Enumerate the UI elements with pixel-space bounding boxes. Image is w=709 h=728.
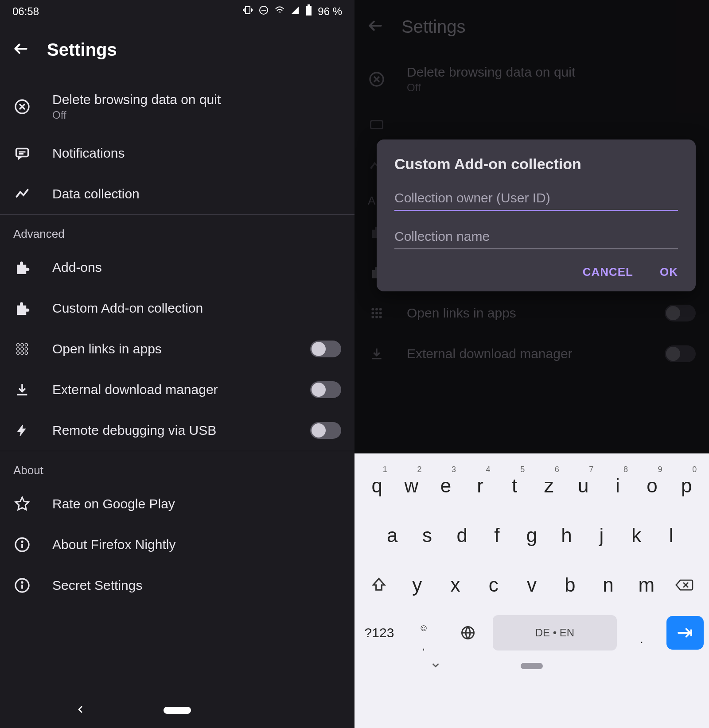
key-c[interactable]: c — [478, 561, 509, 608]
row-title: About Firefox Nightly — [52, 537, 341, 552]
signal-icon — [290, 5, 300, 18]
soft-keyboard: 1q2w3e4r5t6z7u8i9o0p asdfghjkl yxcvbnm ?… — [354, 453, 709, 728]
grid-icon — [13, 340, 31, 358]
key-s[interactable]: s — [412, 512, 443, 559]
key-h[interactable]: h — [551, 512, 582, 559]
bolt-icon — [13, 422, 31, 439]
key-a[interactable]: a — [377, 512, 408, 559]
shift-key[interactable] — [360, 565, 398, 605]
key-q[interactable]: 1q — [362, 462, 393, 509]
ok-button[interactable]: OK — [660, 265, 678, 279]
backspace-key[interactable] — [666, 565, 704, 605]
statusbar-time: 06:58 — [12, 5, 39, 18]
key-k[interactable]: k — [621, 512, 652, 559]
statusbar: 06:58 96 % — [0, 0, 354, 23]
row-secret-settings[interactable]: Secret Settings — [0, 565, 354, 606]
dialog-custom-addon-collection: Custom Add-on collection CANCEL OK — [377, 139, 696, 291]
row-title: Custom Add-on collection — [52, 301, 341, 316]
section-advanced: Advanced — [0, 214, 354, 247]
cancel-button[interactable]: CANCEL — [583, 265, 633, 279]
svg-point-9 — [21, 344, 23, 346]
row-title: Data collection — [52, 186, 341, 201]
svg-point-10 — [25, 344, 27, 346]
row-custom-addon-collection[interactable]: Custom Add-on collection — [0, 288, 354, 329]
nav-back-icon[interactable] — [75, 704, 86, 716]
row-rate[interactable]: Rate on Google Play — [0, 484, 354, 524]
key-v[interactable]: v — [516, 561, 547, 608]
key-y[interactable]: y — [401, 561, 432, 608]
row-delete-browsing-data[interactable]: Delete browsing data on quit Off — [0, 81, 354, 133]
section-about: About — [0, 451, 354, 484]
row-addons[interactable]: Add-ons — [0, 247, 354, 288]
dnd-icon — [258, 5, 269, 18]
toggle-external-dl[interactable] — [310, 381, 341, 398]
enter-key[interactable] — [666, 616, 704, 650]
key-p[interactable]: 0p — [671, 462, 702, 509]
key-w[interactable]: 2w — [396, 462, 427, 509]
chart-line-icon — [13, 185, 31, 203]
period-key[interactable]: . — [622, 613, 661, 653]
row-title: External download manager — [52, 382, 289, 397]
page-title: Settings — [47, 40, 117, 60]
row-notifications[interactable]: Notifications — [0, 133, 354, 174]
emoji-key[interactable]: ☺ , — [404, 613, 443, 653]
key-l[interactable]: l — [656, 512, 687, 559]
symbols-key[interactable]: ?123 — [360, 613, 399, 653]
row-title: Add-ons — [52, 260, 341, 275]
row-title: Rate on Google Play — [52, 496, 341, 511]
emoji-icon: ☺ — [419, 622, 429, 634]
row-title: Open links in apps — [52, 341, 289, 356]
key-x[interactable]: x — [440, 561, 471, 608]
svg-rect-3 — [308, 4, 310, 6]
row-title: Notifications — [52, 146, 341, 161]
nav-hide-keyboard-icon[interactable] — [430, 659, 441, 673]
toggle-open-links[interactable] — [310, 341, 341, 357]
info-icon — [13, 577, 31, 594]
statusbar-battery-pct: 96 % — [318, 5, 342, 18]
svg-point-19 — [21, 541, 23, 542]
key-g[interactable]: g — [516, 512, 547, 559]
system-navbar — [354, 653, 709, 679]
row-open-links-in-apps[interactable]: Open links in apps — [0, 329, 354, 369]
appbar: Settings — [0, 23, 354, 76]
row-about-app[interactable]: About Firefox Nightly — [0, 524, 354, 565]
svg-point-11 — [17, 348, 19, 350]
key-b[interactable]: b — [554, 561, 585, 608]
svg-point-8 — [17, 344, 19, 346]
key-e[interactable]: 3e — [430, 462, 461, 509]
key-t[interactable]: 5t — [499, 462, 530, 509]
key-i[interactable]: 8i — [602, 462, 633, 509]
collection-name-input[interactable] — [394, 225, 678, 249]
row-title: Secret Settings — [52, 578, 341, 593]
nav-home-pill[interactable] — [521, 663, 543, 669]
battery-icon — [305, 4, 312, 19]
svg-rect-2 — [306, 6, 312, 15]
download-icon — [13, 381, 31, 399]
dialog-title: Custom Add-on collection — [394, 155, 678, 173]
row-data-collection[interactable]: Data collection — [0, 174, 354, 214]
key-r[interactable]: 4r — [465, 462, 496, 509]
key-u[interactable]: 7u — [568, 462, 599, 509]
key-z[interactable]: 6z — [534, 462, 565, 509]
back-icon[interactable] — [12, 40, 29, 59]
key-f[interactable]: f — [481, 512, 512, 559]
spacebar-key[interactable]: DE • EN — [493, 615, 617, 651]
nav-home-pill[interactable] — [164, 707, 191, 714]
close-circle-icon — [13, 98, 31, 116]
key-n[interactable]: n — [593, 561, 624, 608]
key-m[interactable]: m — [631, 561, 662, 608]
language-key[interactable] — [448, 613, 487, 653]
key-o[interactable]: 9o — [637, 462, 668, 509]
svg-point-15 — [21, 352, 23, 354]
key-d[interactable]: d — [447, 512, 478, 559]
row-title: Delete browsing data on quit — [52, 92, 341, 107]
puzzle-icon — [13, 299, 31, 317]
row-external-download-manager[interactable]: External download manager — [0, 369, 354, 410]
svg-point-12 — [21, 348, 23, 350]
toggle-remote-debug[interactable] — [310, 422, 341, 439]
system-navbar — [0, 693, 354, 728]
puzzle-icon — [13, 259, 31, 276]
key-j[interactable]: j — [586, 512, 617, 559]
row-remote-debugging[interactable]: Remote debugging via USB — [0, 410, 354, 451]
collection-owner-input[interactable] — [394, 186, 678, 211]
